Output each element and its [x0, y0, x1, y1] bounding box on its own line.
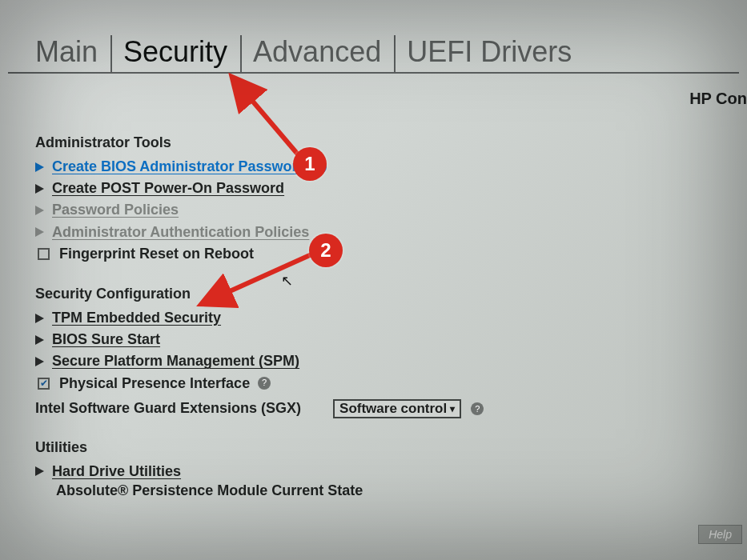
annotation-badge-1: 1: [293, 147, 327, 181]
section-utilities-title: Utilities: [35, 439, 715, 456]
tab-main[interactable]: Main: [32, 35, 106, 72]
item-create-post-password[interactable]: Create POST Power-On Password: [35, 178, 715, 199]
checkbox-physical-presence[interactable]: [38, 378, 50, 390]
label-sgx: Intel Software Guard Extensions (SGX): [35, 400, 301, 417]
tab-advanced[interactable]: Advanced: [240, 35, 389, 72]
tab-security[interactable]: Security: [110, 35, 235, 72]
cursor-icon: ↖: [281, 272, 293, 290]
item-secure-platform-mgmt[interactable]: Secure Platform Management (SPM): [35, 350, 715, 372]
branding-text: HP Con: [689, 90, 747, 108]
row-sgx: Intel Software Guard Extensions (SGX) So…: [35, 399, 715, 418]
checkbox-fingerprint-reset[interactable]: [38, 248, 50, 260]
main-panel: Administrator Tools Create BIOS Administ…: [0, 74, 747, 499]
link-password-policies[interactable]: Password Policies: [52, 200, 179, 220]
help-icon[interactable]: ?: [471, 402, 484, 415]
link-create-bios-password[interactable]: Create BIOS Administrator Password: [52, 157, 306, 177]
item-fingerprint-reset[interactable]: Fingerprint Reset on Reboot: [35, 243, 715, 265]
annotation-badge-2: 2: [309, 234, 343, 267]
arrow-icon: [35, 162, 44, 172]
select-sgx[interactable]: Software control: [333, 399, 461, 418]
item-password-policies[interactable]: Password Policies: [35, 199, 715, 221]
section-security-config-title: Security Configuration: [35, 286, 715, 302]
item-create-bios-password[interactable]: Create BIOS Administrator Password ?: [35, 156, 715, 178]
subtext-absolute-persistence: Absolute® Persistence Module Current Sta…: [56, 482, 715, 499]
arrow-icon: [35, 227, 44, 237]
link-hard-drive-utilities[interactable]: Hard Drive Utilities: [52, 462, 181, 482]
tab-uefi-drivers[interactable]: UEFI Drivers: [394, 35, 580, 72]
help-bar[interactable]: Help: [698, 525, 742, 544]
arrow-icon: [35, 206, 44, 215]
arrow-icon: [35, 184, 44, 194]
item-admin-auth-policies[interactable]: Administrator Authentication Policies: [35, 222, 715, 243]
help-icon[interactable]: ?: [258, 377, 271, 390]
link-tpm-embedded-security[interactable]: TPM Embedded Security: [52, 308, 221, 328]
arrow-icon: [35, 466, 44, 476]
link-admin-auth-policies[interactable]: Administrator Authentication Policies: [52, 222, 309, 242]
link-create-post-password[interactable]: Create POST Power-On Password: [52, 178, 284, 198]
link-bios-sure-start[interactable]: BIOS Sure Start: [52, 330, 160, 350]
item-physical-presence[interactable]: Physical Presence Interface ?: [35, 373, 715, 394]
label-fingerprint-reset: Fingerprint Reset on Reboot: [59, 244, 254, 264]
arrow-icon: [35, 335, 44, 345]
arrow-icon: [35, 357, 44, 366]
item-tpm-embedded-security[interactable]: TPM Embedded Security: [35, 307, 715, 329]
item-bios-sure-start[interactable]: BIOS Sure Start: [35, 329, 715, 350]
item-hard-drive-utilities[interactable]: Hard Drive Utilities: [35, 461, 715, 482]
tabs: Main Security Advanced UEFI Drivers: [8, 0, 739, 74]
section-admin-tools-title: Administrator Tools: [35, 134, 715, 151]
link-secure-platform-mgmt[interactable]: Secure Platform Management (SPM): [52, 351, 299, 371]
label-physical-presence: Physical Presence Interface: [59, 374, 250, 394]
arrow-icon: [35, 314, 44, 323]
